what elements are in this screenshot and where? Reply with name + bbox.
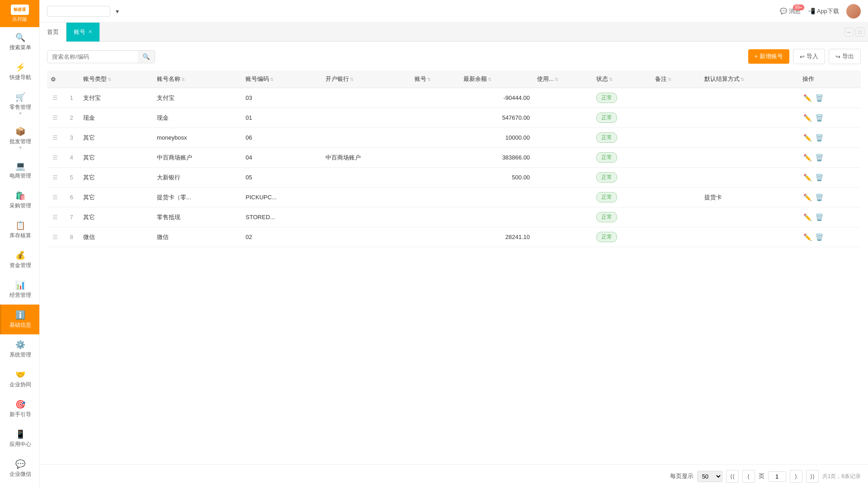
row-usage [533, 207, 593, 227]
sidebar-item-label: 批发管理 [9, 138, 31, 145]
edit-button[interactable]: ✏️ [803, 114, 812, 122]
sort-name-icon: ⇅ [181, 77, 185, 82]
sidebar-item-app-center[interactable]: 📱 应用中心 [0, 424, 39, 454]
page-last-button[interactable]: ⟩⟩ [806, 470, 819, 483]
tab-close-icon[interactable]: ✕ [88, 29, 92, 35]
delete-button[interactable]: 🗑️ [815, 174, 824, 182]
delete-button[interactable]: 🗑️ [815, 213, 824, 221]
sidebar-item-label: 新手引导 [9, 411, 31, 418]
row-settings[interactable]: ☰ [47, 227, 63, 247]
sidebar-item-wholesale[interactable]: 📦 批发管理 ▼ [0, 121, 39, 155]
sidebar-item-label: 采购管理 [9, 202, 31, 210]
sidebar-item-inventory[interactable]: 📋 库存核算 [0, 215, 39, 245]
edit-button[interactable]: ✏️ [803, 134, 812, 142]
sidebar-item-ecommerce[interactable]: 💻 电商管理 [0, 155, 39, 185]
col-operation: 操作 [799, 70, 861, 88]
col-name[interactable]: 账号名称⇅ [153, 70, 242, 88]
delete-button[interactable]: 🗑️ [815, 233, 824, 241]
sidebar-item-operation[interactable]: 📊 经营管理 [0, 275, 39, 305]
sidebar-item-retail[interactable]: 🛒 零售管理 ▼ [0, 87, 39, 121]
row-remark [651, 207, 701, 227]
import-button[interactable]: ↩ 导入 [793, 49, 825, 64]
system-icon: ⚙️ [15, 340, 25, 350]
row-settings[interactable]: ☰ [47, 207, 63, 227]
sidebar-item-label: 电商管理 [9, 172, 31, 180]
col-no [63, 70, 80, 88]
window-maximize-button[interactable]: □ [855, 28, 864, 37]
row-bank [322, 108, 410, 128]
delete-button[interactable]: 🗑️ [815, 193, 824, 202]
row-default-payment [701, 207, 799, 227]
row-settings[interactable]: ☰ [47, 108, 63, 128]
sidebar-item-search[interactable]: 🔍 搜索菜单 [0, 27, 39, 57]
edit-button[interactable]: ✏️ [803, 213, 812, 221]
row-type: 其它 [80, 188, 153, 207]
sort-payment-icon: ⇅ [741, 77, 744, 82]
window-minimize-button[interactable]: ─ [844, 28, 854, 37]
row-settings[interactable]: ☰ [47, 188, 63, 207]
edit-button[interactable]: ✏️ [803, 94, 812, 102]
col-account[interactable]: 账号⇅ [411, 70, 460, 88]
delete-button[interactable]: 🗑️ [815, 94, 824, 102]
col-balance[interactable]: 最新余额⇅ [460, 70, 533, 88]
row-settings[interactable]: ☰ [47, 88, 63, 108]
row-operation: ✏️ 🗑️ [799, 128, 861, 148]
delete-button[interactable]: 🗑️ [815, 114, 824, 122]
sidebar-item-corp-wechat[interactable]: 💬 企业微信 [0, 454, 39, 483]
page-size-select[interactable]: 50 100 [697, 471, 722, 482]
sidebar-item-guide[interactable]: 🎯 新手引导 [0, 394, 39, 424]
msg-button[interactable]: 💬 消息 99+ [780, 7, 801, 15]
edit-button[interactable]: ✏️ [803, 174, 812, 182]
row-bank [322, 207, 410, 227]
tab-home[interactable]: 首页 [40, 23, 66, 42]
row-balance: -90444.00 [460, 88, 533, 108]
page-number-input[interactable] [768, 471, 786, 482]
row-bank [322, 128, 410, 148]
col-code[interactable]: 账号编码⇅ [242, 70, 322, 88]
col-remark[interactable]: 备注⇅ [651, 70, 701, 88]
row-name: 大新银行 [153, 168, 242, 188]
col-settings[interactable]: ⚙ [47, 70, 63, 88]
delete-button[interactable]: 🗑️ [815, 154, 824, 162]
col-type[interactable]: 账号类型⇅ [80, 70, 153, 88]
sort-type-icon: ⇅ [108, 77, 111, 82]
row-account [411, 88, 460, 108]
row-code: PICKUPC... [242, 188, 322, 207]
page-first-button[interactable]: ⟨⟨ [726, 470, 739, 483]
search-button[interactable]: 🔍 [138, 51, 155, 63]
search-input[interactable] [47, 51, 138, 63]
user-avatar[interactable] [846, 4, 861, 19]
row-settings[interactable]: ☰ [47, 128, 63, 148]
topbar-dropdown-icon[interactable]: ▾ [116, 8, 119, 15]
export-button[interactable]: ↪ 导出 [829, 49, 861, 64]
col-status[interactable]: 状态⇅ [593, 70, 651, 88]
row-settings[interactable]: ☰ [47, 148, 63, 168]
add-account-button[interactable]: + 新增账号 [748, 49, 789, 64]
sidebar-item-member[interactable]: 👥 畅会员 [0, 483, 39, 488]
tab-account[interactable]: 账号 ✕ [66, 23, 100, 42]
edit-button[interactable]: ✏️ [803, 154, 812, 162]
sidebar-item-purchase[interactable]: 🛍️ 采购管理 [0, 185, 39, 215]
col-usage[interactable]: 使用...⇅ [533, 70, 593, 88]
pagination: 每页显示 50 100 ⟨⟨ ⟨ 页 ⟩ ⟩⟩ 共1页，8条记录 [40, 464, 868, 488]
sidebar-item-finance[interactable]: 💰 资金管理 [0, 245, 39, 275]
topbar-search-input[interactable] [47, 6, 110, 17]
row-remark [651, 148, 701, 168]
sidebar-item-basic[interactable]: ℹ️ 基础信息 [0, 305, 39, 334]
delete-button[interactable]: 🗑️ [815, 134, 824, 142]
ecommerce-icon: 💻 [15, 161, 25, 171]
download-button[interactable]: 📲 App下载 [808, 7, 839, 15]
col-bank[interactable]: 开户银行⇅ [322, 70, 410, 88]
row-no: 5 [63, 168, 80, 188]
row-settings[interactable]: ☰ [47, 168, 63, 188]
row-usage [533, 88, 593, 108]
col-default-payment[interactable]: 默认结算方式⇅ [701, 70, 799, 88]
sidebar-item-enterprise[interactable]: 🤝 企业协同 [0, 364, 39, 394]
edit-button[interactable]: ✏️ [803, 233, 812, 241]
sidebar-item-system[interactable]: ⚙️ 系统管理 [0, 334, 39, 364]
table-row: ☰ 6 其它 提货卡（零... PICKUPC... 正常 提货卡 ✏️ 🗑️ [47, 188, 861, 207]
sidebar-item-shortcut[interactable]: ⚡ 快捷导航 [0, 57, 39, 87]
page-prev-button[interactable]: ⟨ [742, 470, 755, 483]
page-next-button[interactable]: ⟩ [790, 470, 802, 483]
edit-button[interactable]: ✏️ [803, 193, 812, 202]
